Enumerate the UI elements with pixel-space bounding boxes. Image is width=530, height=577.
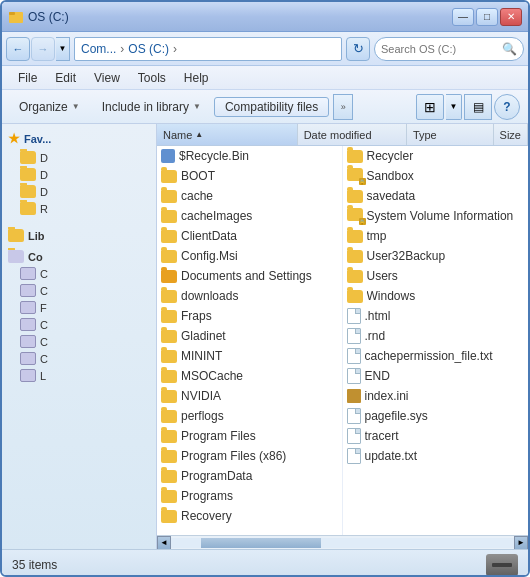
breadcrumb[interactable]: Com... › OS (C:) › [74, 37, 342, 61]
help-button[interactable]: ? [494, 94, 520, 120]
drive-status-icon [486, 554, 518, 576]
back-button[interactable]: ← [6, 37, 30, 61]
refresh-button[interactable]: ↻ [346, 37, 370, 61]
sidebar-item-d1[interactable]: D [2, 149, 156, 166]
folder-icon [161, 270, 177, 283]
include-library-button[interactable]: Include in library ▼ [93, 94, 210, 120]
file-row[interactable]: .rnd [343, 326, 529, 346]
sidebar-drive-l[interactable]: L [2, 367, 156, 384]
file-row[interactable]: ProgramData [157, 466, 342, 486]
file-row[interactable]: cache [157, 186, 342, 206]
drive-icon [20, 352, 36, 365]
forward-button[interactable]: → [31, 37, 55, 61]
sidebar-drive-c4[interactable]: C [2, 333, 156, 350]
back-dropdown[interactable]: ▼ [56, 37, 70, 61]
sidebar-favorites-section: ★ Fav... D D D R [2, 128, 156, 217]
sidebar-item-d3[interactable]: D [2, 183, 156, 200]
file-row[interactable]: Gladinet [157, 326, 342, 346]
sidebar-drive-c1[interactable]: C [2, 265, 156, 282]
file-row[interactable]: Recycler [343, 146, 529, 166]
drive-icon [20, 301, 36, 314]
pane-button[interactable]: ▤ [464, 94, 492, 120]
file-row[interactable]: Programs [157, 486, 342, 506]
folder-icon [161, 330, 177, 343]
file-row[interactable]: END [343, 366, 529, 386]
file-row[interactable]: $Recycle.Bin [157, 146, 342, 166]
search-icon[interactable]: 🔍 [502, 42, 517, 56]
file-row[interactable]: 🔒 Sandbox [343, 166, 529, 186]
horizontal-scrollbar[interactable]: ◄ ► [157, 535, 528, 549]
menu-tools[interactable]: Tools [130, 69, 174, 87]
scroll-left-button[interactable]: ◄ [157, 536, 171, 550]
sidebar-drive-f[interactable]: F [2, 299, 156, 316]
sidebar-item-d2[interactable]: D [2, 166, 156, 183]
maximize-button[interactable]: □ [476, 8, 498, 26]
search-input[interactable] [381, 43, 498, 55]
file-row[interactable]: ClientData [157, 226, 342, 246]
file-row[interactable]: downloads [157, 286, 342, 306]
scroll-right-button[interactable]: ► [514, 536, 528, 550]
folder-icon [161, 350, 177, 363]
file-row[interactable]: cachepermission_file.txt [343, 346, 529, 366]
file-row[interactable]: MININT [157, 346, 342, 366]
scroll-thumb[interactable] [201, 538, 321, 548]
file-row[interactable]: pagefile.sys [343, 406, 529, 426]
col-type[interactable]: Type [407, 124, 494, 145]
view-button[interactable]: ⊞ [416, 94, 444, 120]
file-row[interactable]: Users [343, 266, 529, 286]
file-row[interactable]: .html [343, 306, 529, 326]
file-row[interactable]: tracert [343, 426, 529, 446]
status-bar: 35 items [2, 549, 528, 577]
file-row[interactable]: Documents and Settings [157, 266, 342, 286]
file-row[interactable]: 🔒 System Volume Information [343, 206, 529, 226]
menu-file[interactable]: File [10, 69, 45, 87]
file-row[interactable]: index.ini [343, 386, 529, 406]
compat-files-button[interactable]: Compatibility files [214, 97, 329, 117]
file-row[interactable]: Config.Msi [157, 246, 342, 266]
close-button[interactable]: ✕ [500, 8, 522, 26]
file-row[interactable]: Program Files (x86) [157, 446, 342, 466]
col-name[interactable]: Name ▲ [157, 124, 298, 145]
folder-icon [161, 210, 177, 223]
more-toolbar-button[interactable]: » [333, 94, 353, 120]
menu-view[interactable]: View [86, 69, 128, 87]
scroll-track[interactable] [171, 538, 514, 548]
file-row[interactable]: NVIDIA [157, 386, 342, 406]
folder-icon [161, 370, 177, 383]
file-row[interactable]: tmp [343, 226, 529, 246]
folder-icon [347, 190, 363, 203]
sidebar-drive-c2[interactable]: C [2, 282, 156, 299]
minimize-button[interactable]: — [452, 8, 474, 26]
file-row[interactable]: update.txt [343, 446, 529, 466]
ini-file-icon [347, 389, 361, 403]
sidebar-item-r[interactable]: R [2, 200, 156, 217]
sidebar-drive-c5[interactable]: C [2, 350, 156, 367]
drive-icon [20, 369, 36, 382]
sidebar-favorites-header[interactable]: ★ Fav... [2, 128, 156, 149]
breadcrumb-comp[interactable]: Com... [81, 42, 116, 56]
file-row[interactable]: MSOCache [157, 366, 342, 386]
sidebar-drive-c3[interactable]: C [2, 316, 156, 333]
column-header: Name ▲ Date modified Type Size [157, 124, 528, 146]
menu-edit[interactable]: Edit [47, 69, 84, 87]
organize-button[interactable]: Organize ▼ [10, 94, 89, 120]
file-row[interactable]: cacheImages [157, 206, 342, 226]
view-dropdown-button[interactable]: ▼ [446, 94, 462, 120]
file-row[interactable]: Windows [343, 286, 529, 306]
folder-icon [20, 202, 36, 215]
breadcrumb-osc[interactable]: OS (C:) [128, 42, 169, 56]
file-row[interactable]: perflogs [157, 406, 342, 426]
file-row[interactable]: Program Files [157, 426, 342, 446]
col-date[interactable]: Date modified [298, 124, 407, 145]
col-size[interactable]: Size [494, 124, 528, 145]
sidebar-computer[interactable]: Co [2, 248, 156, 265]
window-title: OS (C:) [28, 10, 69, 24]
file-row[interactable]: User32Backup [343, 246, 529, 266]
file-row[interactable]: BOOT [157, 166, 342, 186]
svg-rect-1 [9, 12, 15, 15]
file-row[interactable]: Recovery [157, 506, 342, 526]
menu-help[interactable]: Help [176, 69, 217, 87]
file-row[interactable]: Fraps [157, 306, 342, 326]
file-row[interactable]: savedata [343, 186, 529, 206]
sidebar-libraries[interactable]: Lib [2, 227, 156, 244]
